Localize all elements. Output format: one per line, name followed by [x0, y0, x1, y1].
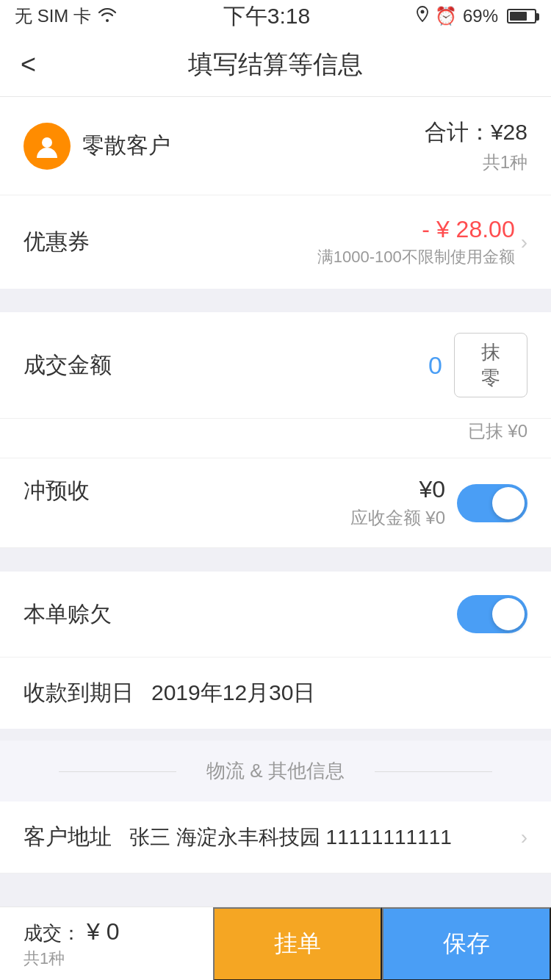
customer-name: 零散客户: [82, 131, 170, 161]
coupon-amount: - ¥ 28.00: [317, 216, 515, 243]
total-amount: 合计：¥28: [425, 118, 527, 148]
back-button[interactable]: <: [21, 49, 36, 80]
coupon-right: - ¥ 28.00 满1000-100不限制使用金额 ›: [317, 216, 527, 268]
bottom-transaction-label: 成交：: [24, 920, 81, 946]
hang-order-button[interactable]: 挂单: [213, 907, 382, 981]
due-date-label: 收款到期日: [24, 678, 134, 708]
debit-section: 本单赊欠 收款到期日 2019年12月30日: [0, 572, 551, 729]
status-right: ⏰ 69%: [416, 6, 536, 26]
debit-row: 本单赊欠: [0, 572, 551, 657]
debit-toggle[interactable]: [457, 595, 527, 633]
bottom-amount: ¥ 0: [87, 918, 119, 945]
alarm-icon: ⏰: [435, 6, 457, 26]
due-date-row: 收款到期日 2019年12月30日: [0, 657, 551, 729]
logistics-label: 物流 & 其他信息: [206, 760, 345, 782]
prepayment-top: 冲预收 ¥0 应收金额 ¥0: [24, 476, 527, 530]
bottom-transaction-row: 成交： ¥ 0: [24, 918, 190, 946]
address-value: 张三 海淀永丰科技园 11111111111: [129, 824, 503, 851]
prepayment-row: 冲预收 ¥0 应收金额 ¥0: [0, 458, 551, 548]
due-date-value: 2019年12月30日: [151, 678, 315, 708]
address-row[interactable]: 客户地址 张三 海淀永丰科技园 11111111111 ›: [0, 801, 551, 873]
prepayment-sub: 应收金额 ¥0: [350, 506, 445, 530]
no-sim-text: 无 SIM 卡: [15, 4, 91, 28]
transaction-amount-input[interactable]: [141, 351, 442, 380]
debit-label: 本单赊欠: [24, 599, 112, 630]
customer-info: 零散客户: [24, 123, 170, 170]
debit-toggle-knob: [492, 598, 525, 630]
logistics-header: 物流 & 其他信息: [0, 741, 551, 801]
transaction-row: 成交金额 抹零: [0, 312, 551, 419]
customer-section: 零散客户 合计：¥28 共1种 优惠券 - ¥ 28.00 满1000-100不…: [0, 97, 551, 289]
svg-point-1: [42, 137, 52, 148]
location-icon: [416, 6, 429, 26]
transaction-section: 成交金额 抹零 已抹 ¥0 冲预收 ¥0 应收金额 ¥0: [0, 312, 551, 548]
bottom-bar: 成交： ¥ 0 共1种 挂单 保存: [0, 907, 551, 980]
coupon-value-wrapper: - ¥ 28.00 满1000-100不限制使用金额: [317, 216, 515, 268]
status-left: 无 SIM 卡: [15, 4, 118, 28]
bottom-info: 成交： ¥ 0 共1种: [0, 918, 213, 970]
wifi-icon: [97, 6, 118, 26]
customer-row: 零散客户 合计：¥28 共1种: [0, 97, 551, 195]
nav-bar: < 填写结算等信息: [0, 32, 551, 97]
coupon-desc: 满1000-100不限制使用金额: [317, 246, 515, 268]
customer-total: 合计：¥28 共1种: [425, 118, 527, 174]
battery-percent: 69%: [463, 6, 498, 26]
toggle-knob: [492, 487, 525, 519]
transaction-value-area: 抹零: [141, 333, 527, 397]
battery-icon: [507, 9, 536, 24]
coupon-label: 优惠券: [24, 227, 90, 257]
status-bar: 无 SIM 卡 下午3:18 ⏰ 69%: [0, 0, 551, 32]
divider-3: [0, 729, 551, 741]
prepayment-amounts: ¥0 应收金额 ¥0: [350, 476, 445, 530]
total-count: 共1种: [425, 151, 527, 174]
divider-1: [0, 300, 551, 312]
divider-2: [0, 560, 551, 572]
page-title: 填写结算等信息: [188, 48, 363, 82]
address-label: 客户地址: [24, 822, 112, 852]
save-button[interactable]: 保存: [382, 907, 551, 981]
coupon-row[interactable]: 优惠券 - ¥ 28.00 满1000-100不限制使用金额 ›: [0, 195, 551, 289]
prepayment-toggle[interactable]: [457, 484, 527, 522]
prepayment-right: ¥0 应收金额 ¥0: [350, 476, 527, 530]
address-chevron-icon: ›: [521, 826, 527, 849]
customer-avatar: [24, 123, 71, 170]
bottom-count: 共1种: [24, 948, 190, 970]
prepayment-amount: ¥0: [350, 476, 445, 503]
transaction-label: 成交金额: [24, 350, 141, 381]
already-rounded-text: 已抹 ¥0: [468, 421, 527, 441]
logistics-section: 物流 & 其他信息 客户地址 张三 海淀永丰科技园 11111111111 ›: [0, 741, 551, 873]
svg-point-0: [420, 10, 424, 14]
round-off-button[interactable]: 抹零: [454, 333, 527, 397]
prepayment-label: 冲预收: [24, 476, 141, 506]
coupon-chevron-icon: ›: [521, 231, 527, 254]
status-time: 下午3:18: [223, 1, 310, 32]
